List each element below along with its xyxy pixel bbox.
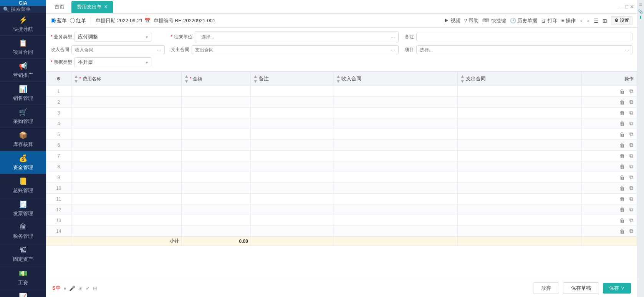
- row-delete-11[interactable]: 🗑: [618, 196, 626, 202]
- row-name-5[interactable]: [71, 129, 181, 140]
- row-copy-3[interactable]: ⧉: [628, 109, 634, 116]
- sidebar-item-fapiao[interactable]: 🧾发票管理: [0, 197, 46, 220]
- row-note-13[interactable]: [250, 215, 333, 226]
- row-delete-5[interactable]: 🗑: [618, 131, 626, 138]
- row-expense-14[interactable]: [457, 226, 581, 237]
- row-copy-9[interactable]: ⧉: [628, 174, 634, 181]
- window-maximize[interactable]: □: [625, 4, 628, 10]
- tab-expense-close[interactable]: ✕: [104, 4, 108, 9]
- toolbar-print[interactable]: 🖨 打印: [541, 17, 558, 24]
- name-sort-icon[interactable]: ▲▼: [74, 74, 79, 84]
- row-income-12[interactable]: [333, 204, 457, 215]
- row-copy-2[interactable]: ⧉: [628, 98, 634, 106]
- row-delete-9[interactable]: 🗑: [618, 174, 626, 181]
- view-list-icon[interactable]: ☰: [594, 18, 599, 24]
- sidebar-item-kucun[interactable]: 📦库存核算: [0, 128, 46, 151]
- row-note-2[interactable]: [250, 97, 333, 108]
- row-amount-14[interactable]: [182, 226, 251, 237]
- row-income-3[interactable]: [333, 108, 457, 118]
- row-delete-14[interactable]: 🗑: [618, 228, 626, 235]
- sidebar-item-xiaoshou[interactable]: 📊销售管理: [0, 82, 46, 105]
- row-copy-10[interactable]: ⧉: [628, 184, 634, 192]
- row-note-10[interactable]: [250, 183, 333, 194]
- row-note-3[interactable]: [250, 108, 333, 118]
- row-expense-4[interactable]: [457, 118, 581, 129]
- expense-contract-dots[interactable]: ···: [391, 47, 395, 53]
- row-expense-7[interactable]: [457, 151, 581, 161]
- footer-icon-check[interactable]: ✔: [86, 285, 90, 291]
- row-name-9[interactable]: [71, 172, 181, 183]
- sidebar-item-xiangmu[interactable]: 📋项目合同: [0, 36, 46, 59]
- row-note-4[interactable]: [250, 118, 333, 129]
- row-amount-10[interactable]: [182, 183, 251, 194]
- row-name-13[interactable]: [71, 215, 181, 226]
- toolbar-operation[interactable]: ≡ 操作: [561, 17, 576, 24]
- row-delete-10[interactable]: 🗑: [618, 185, 626, 192]
- sidebar-search[interactable]: 🔍 搜索菜单: [0, 6, 46, 13]
- row-expense-1[interactable]: [457, 86, 581, 97]
- row-note-11[interactable]: [250, 194, 333, 204]
- row-amount-11[interactable]: [182, 194, 251, 204]
- row-copy-4[interactable]: ⧉: [628, 120, 634, 127]
- income-sort-icon[interactable]: ▲▼: [336, 74, 341, 84]
- panel-icon-1[interactable]: ≡: [639, 2, 642, 8]
- row-name-4[interactable]: [71, 118, 181, 129]
- row-name-7[interactable]: [71, 151, 181, 161]
- row-income-10[interactable]: [333, 183, 457, 194]
- row-delete-13[interactable]: 🗑: [618, 217, 626, 224]
- row-delete-3[interactable]: 🗑: [618, 110, 626, 116]
- nav-left[interactable]: ‹: [579, 18, 583, 23]
- nav-right[interactable]: ›: [586, 18, 589, 23]
- row-delete-12[interactable]: 🗑: [618, 206, 626, 213]
- row-expense-12[interactable]: [457, 204, 581, 215]
- row-note-1[interactable]: [250, 86, 333, 97]
- sidebar-item-zhangben[interactable]: 📒总账管理: [0, 174, 46, 197]
- row-expense-5[interactable]: [457, 129, 581, 140]
- th-settings[interactable]: ⚙: [46, 72, 71, 86]
- project-dots[interactable]: ···: [625, 47, 629, 53]
- amount-sort-icon[interactable]: ▲▼: [184, 74, 189, 84]
- note-sort-icon[interactable]: ▲▼: [253, 74, 258, 84]
- row-expense-9[interactable]: [457, 172, 581, 183]
- row-delete-6[interactable]: 🗑: [618, 142, 626, 149]
- row-income-8[interactable]: [333, 161, 457, 172]
- sidebar-item-gongzi[interactable]: 💵工资: [0, 266, 46, 289]
- partner-dots[interactable]: ···: [391, 34, 395, 40]
- window-minimize[interactable]: —: [619, 4, 624, 10]
- row-name-12[interactable]: [71, 204, 181, 215]
- project-input[interactable]: [420, 47, 623, 53]
- row-note-6[interactable]: [250, 140, 333, 151]
- row-note-7[interactable]: [250, 151, 333, 161]
- row-note-14[interactable]: [250, 226, 333, 237]
- row-income-11[interactable]: [333, 194, 457, 204]
- row-income-14[interactable]: [333, 226, 457, 237]
- radio-red[interactable]: 红单: [70, 17, 86, 24]
- row-expense-2[interactable]: [457, 97, 581, 108]
- toolbar-help[interactable]: ? 帮助: [464, 17, 478, 24]
- row-copy-1[interactable]: ⧉: [628, 88, 634, 95]
- tab-expense[interactable]: 费用支出单 ✕: [71, 1, 113, 13]
- sidebar-item-caigou[interactable]: 🛒采购管理: [0, 105, 46, 128]
- income-contract-dots[interactable]: ···: [157, 47, 161, 53]
- row-delete-1[interactable]: 🗑: [618, 88, 626, 95]
- row-amount-7[interactable]: [182, 151, 251, 161]
- set-button[interactable]: ⚙ 设置: [611, 16, 632, 25]
- row-amount-13[interactable]: [182, 215, 251, 226]
- row-name-11[interactable]: [71, 194, 181, 204]
- window-close[interactable]: ✕: [630, 4, 634, 10]
- row-name-14[interactable]: [71, 226, 181, 237]
- expense-sort-icon[interactable]: ▲▼: [460, 74, 465, 84]
- row-copy-7[interactable]: ⧉: [628, 152, 634, 159]
- row-name-1[interactable]: [71, 86, 181, 97]
- partner-input[interactable]: [198, 33, 389, 41]
- row-name-2[interactable]: [71, 97, 181, 108]
- row-income-7[interactable]: [333, 151, 457, 161]
- row-expense-8[interactable]: [457, 161, 581, 172]
- sidebar-item-zijin[interactable]: 💰资金管理: [0, 151, 46, 174]
- sidebar-item-kuaijie[interactable]: ⚡快捷导航: [0, 13, 46, 36]
- footer-icon-diamond[interactable]: ♦: [64, 285, 66, 291]
- row-expense-10[interactable]: [457, 183, 581, 194]
- row-expense-6[interactable]: [457, 140, 581, 151]
- row-income-4[interactable]: [333, 118, 457, 129]
- row-income-6[interactable]: [333, 140, 457, 151]
